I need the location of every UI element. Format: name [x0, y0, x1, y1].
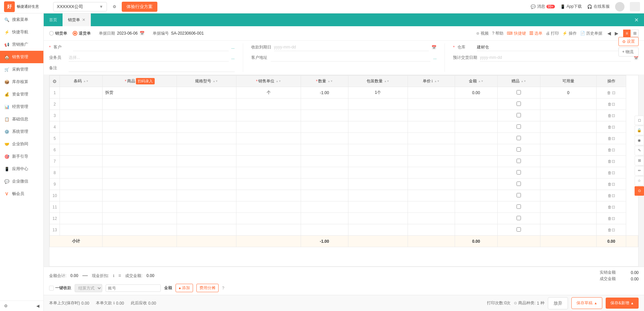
sidebar-bottom-gear[interactable]: ⚙ — [4, 304, 8, 308]
row-pack-qty-1[interactable]: 1个 — [348, 87, 408, 99]
col-settings-icon[interactable]: ⚙ — [52, 79, 57, 84]
avatar[interactable] — [615, 2, 624, 11]
gift-checkbox-4[interactable] — [517, 124, 521, 129]
side-action-1[interactable]: ◻ — [635, 116, 644, 125]
gift-checkbox-9[interactable] — [517, 182, 521, 186]
gift-checkbox-6[interactable] — [517, 147, 521, 152]
shortcut-link[interactable]: ⌨ 快捷键 — [507, 31, 526, 36]
delete-icon-7[interactable]: 🗑 — [608, 159, 612, 164]
sidebar-item-quick-nav[interactable]: ⚡ 快捷导航 — [0, 26, 43, 38]
settlement-method-select[interactable]: 结算方式 — [75, 284, 102, 292]
history-link[interactable]: 📄 历史单据 — [580, 31, 602, 36]
copy-icon-13[interactable]: ⊡ — [612, 228, 615, 232]
operation-link[interactable]: ⚡ 操作 — [562, 31, 576, 36]
sidebar-item-vip[interactable]: V 畅会员 — [0, 188, 43, 200]
this-order-short-info-icon[interactable]: ℹ — [113, 301, 115, 305]
next-arrow[interactable]: ▶ — [613, 30, 620, 37]
side-action-7[interactable]: ☆ — [635, 176, 644, 186]
side-action-6[interactable]: ✏ — [635, 166, 644, 176]
delete-icon-10[interactable]: 🗑 — [608, 193, 612, 198]
customer-more-btn[interactable]: ... — [231, 45, 235, 50]
tab-home[interactable]: 首页 — [44, 13, 63, 26]
sidebar-item-marketing[interactable]: 📢 营销推广 — [0, 38, 43, 51]
copy-icon-1[interactable]: ⊡ — [612, 90, 615, 95]
gift-checkbox-8[interactable] — [517, 170, 521, 174]
online-service-btn[interactable]: 🎧 在线客服 — [587, 4, 610, 9]
copy-icon-11[interactable]: ⊡ — [612, 205, 615, 209]
copy-icon-4[interactable]: ⊡ — [612, 125, 615, 129]
sidebar-item-basic-info[interactable]: 📋 基础信息 — [0, 113, 43, 125]
app-download-btn[interactable]: 📱 App下载 — [560, 4, 582, 9]
copy-icon-2[interactable]: ⊡ — [612, 102, 615, 107]
gift-checkbox-11[interactable] — [517, 204, 521, 209]
add-btn[interactable]: ● 添加 — [176, 284, 193, 292]
radio-return[interactable]: 退货单 — [73, 31, 91, 36]
expected-delivery-input[interactable] — [480, 54, 631, 62]
gift-checkbox-5[interactable] — [517, 136, 521, 140]
cash-discount-info-icon[interactable]: ℹ — [113, 274, 114, 278]
tab-close-icon[interactable]: ✕ — [82, 17, 85, 22]
scan-btn[interactable]: 扫码录入 — [136, 78, 155, 84]
settings-btn[interactable]: ⚙ 设置 — [618, 37, 639, 46]
sidebar-item-inventory[interactable]: 📦 库存核算 — [0, 76, 43, 88]
sidebar-item-search[interactable]: 🔍 搜索菜单 — [0, 13, 43, 26]
expense-help-icon[interactable]: ? — [222, 286, 224, 290]
sidebar-item-operations[interactable]: 📊 经营管理 — [0, 101, 43, 113]
account-no-input[interactable] — [106, 284, 161, 292]
gift-checkbox-12[interactable] — [517, 216, 521, 220]
sidebar-bottom-arrow[interactable]: ◀ — [36, 304, 39, 308]
delete-icon-2[interactable]: 🗑 — [608, 102, 612, 107]
delete-icon-4[interactable]: 🗑 — [608, 125, 612, 129]
delete-icon-5[interactable]: 🗑 — [608, 136, 612, 141]
help-link[interactable]: ? 帮助 — [492, 31, 503, 36]
copy-icon-10[interactable]: ⊡ — [612, 193, 615, 198]
delete-icon-8[interactable]: 🗑 — [608, 170, 612, 175]
expense-split-btn[interactable]: 费用分摊 — [196, 284, 219, 292]
gift-checkbox-3[interactable] — [517, 113, 521, 117]
one-click-payment[interactable]: 一键收款 — [49, 285, 71, 291]
row-amount-1[interactable]: 0.00 — [455, 87, 497, 99]
delete-icon-13[interactable]: 🗑 — [608, 228, 612, 232]
side-action-4[interactable]: ✎ — [635, 146, 644, 155]
prev-arrow[interactable]: ◀ — [606, 30, 612, 37]
gift-checkbox-2[interactable] — [517, 102, 521, 106]
print-link[interactable]: 🖨 打印 — [546, 31, 559, 36]
payment-date-input[interactable] — [274, 43, 429, 51]
address-more-btn[interactable]: ... — [433, 55, 437, 60]
sidebar-item-purchase[interactable]: 🛒 采购管理 — [0, 63, 43, 76]
gift-checkbox-1[interactable] — [517, 90, 521, 94]
side-action-5[interactable]: ⊞ — [635, 156, 644, 165]
sidebar-item-app-center[interactable]: 📱 应用中心 — [0, 163, 43, 175]
row-gift-1[interactable] — [497, 87, 540, 99]
customer-address-input[interactable] — [271, 54, 431, 62]
close-all-btn[interactable]: ✕ — [629, 17, 644, 23]
remarks-input[interactable] — [69, 64, 235, 72]
delete-icon-1[interactable]: 🗑 — [607, 90, 611, 95]
grid-view-btn[interactable]: ⊞ — [631, 30, 639, 37]
delete-icon-3[interactable]: 🗑 — [608, 113, 612, 118]
save-draft-btn[interactable]: 保存草稿 ▲ — [571, 297, 602, 309]
row-unit-1[interactable]: 个 — [236, 87, 301, 99]
delete-icon-9[interactable]: 🗑 — [608, 182, 612, 187]
copy-icon-9[interactable]: ⊡ — [612, 182, 615, 187]
row-price-1[interactable] — [408, 87, 455, 99]
warehouse-input[interactable] — [477, 43, 633, 51]
experience-btn[interactable]: 体验行业方案 — [122, 2, 157, 12]
row-spec-1[interactable] — [177, 87, 236, 99]
list-view-btn[interactable]: ≡ — [623, 30, 631, 37]
copy-icon-5[interactable]: ⊡ — [612, 136, 615, 141]
delete-icon-6[interactable]: 🗑 — [608, 148, 612, 152]
sidebar-item-system[interactable]: ⚙️ 系统管理 — [0, 125, 43, 138]
copy-icon-12[interactable]: ⊡ — [612, 216, 615, 221]
price-info-icon[interactable]: ℹ — [431, 79, 433, 83]
user-menu[interactable] — [630, 2, 640, 11]
delete-icon-11[interactable]: 🗑 — [608, 205, 612, 209]
save-new-btn[interactable]: 保存&新增 ▲ — [606, 298, 639, 309]
one-click-payment-checkbox[interactable] — [49, 286, 54, 290]
copy-icon-7[interactable]: ⊡ — [612, 159, 615, 164]
copy-icon-8[interactable]: ⊡ — [612, 170, 615, 175]
copy-icon-3[interactable]: ⊡ — [612, 113, 615, 118]
select-link[interactable]: ☰ 选单 — [529, 31, 542, 36]
sidebar-item-enterprise-wechat[interactable]: 💬 企业微信 — [0, 175, 43, 188]
sidebar-item-guide[interactable]: 🎯 新手引导 — [0, 150, 43, 163]
